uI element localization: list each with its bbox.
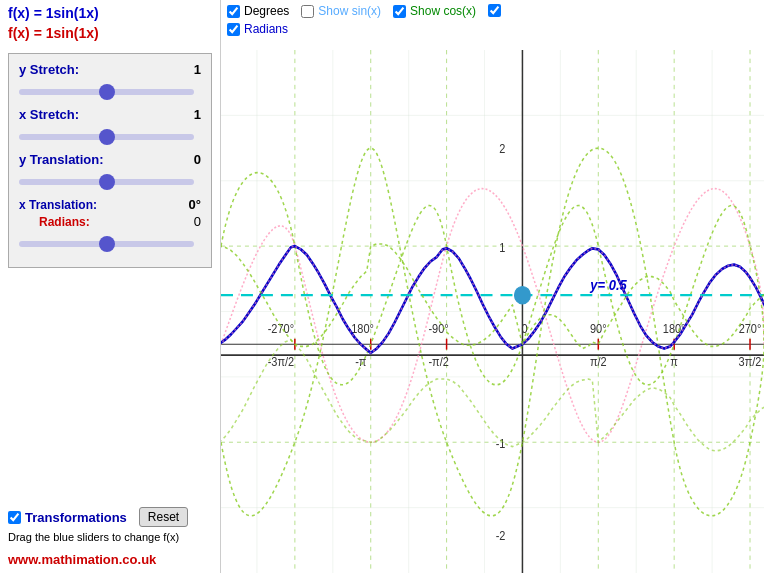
extra-checkbox[interactable] (488, 4, 501, 17)
bottom-controls: Transformations Reset Drag the blue slid… (8, 507, 212, 543)
y-translation-row: y Translation: 0 (19, 152, 201, 167)
svg-point-49 (514, 286, 530, 303)
svg-text:2: 2 (499, 143, 505, 156)
x-translation-degrees-value: 0° (189, 197, 201, 212)
show-sin-label: Show sin(x) (318, 4, 381, 18)
svg-text:90°: 90° (590, 323, 607, 336)
y-stretch-row: y Stretch: 1 (19, 62, 201, 77)
y-stretch-label: y Stretch: (19, 62, 79, 77)
y-stretch-value: 1 (194, 62, 201, 77)
x-stretch-row: x Stretch: 1 (19, 107, 201, 122)
y-stretch-slider[interactable] (19, 89, 194, 95)
x-translation-slider[interactable] (19, 241, 194, 247)
y-translation-value: 0 (194, 152, 201, 167)
show-sin-group: Show sin(x) (301, 4, 381, 18)
formula-line1: f(x) = 1sin(1x) (8, 4, 212, 24)
drag-hint: Drag the blue sliders to change f(x) (8, 531, 212, 543)
x-stretch-value: 1 (194, 107, 201, 122)
show-cos-checkbox[interactable] (393, 5, 406, 18)
transformations-row: Transformations Reset (8, 507, 212, 527)
extra-checkbox-group (488, 4, 501, 17)
transformations-checkbox[interactable] (8, 511, 21, 524)
svg-text:-3π/2: -3π/2 (268, 356, 294, 369)
show-cos-group: Show cos(x) (393, 4, 476, 18)
y-translation-slider-container (19, 171, 201, 189)
degrees-label2: Degrees (244, 4, 289, 18)
radians-checkbox[interactable] (227, 23, 240, 36)
x-translation-slider-container (19, 233, 201, 251)
radians-label: Radians: (19, 215, 90, 229)
x-translation-radians-value: 0 (194, 214, 201, 229)
reset-button[interactable]: Reset (139, 507, 188, 527)
graph-area: -270° -180° -90° 0 90° 180° 270° -3π/2 -… (221, 50, 764, 573)
svg-text:3π/2: 3π/2 (739, 356, 762, 369)
svg-text:-π/2: -π/2 (428, 356, 448, 369)
formula-area: f(x) = 1sin(1x) f(x) = 1sin(1x) (0, 0, 220, 47)
degrees-col: Degrees (227, 4, 289, 18)
left-panel: f(x) = 1sin(1x) f(x) = 1sin(1x) y Stretc… (0, 0, 220, 573)
y-stretch-slider-container (19, 81, 201, 99)
controls-box: y Stretch: 1 x Stretch: 1 y Translation:… (8, 53, 212, 268)
x-translation-label: x Translation: (19, 198, 97, 212)
main-container: f(x) = 1sin(1x) f(x) = 1sin(1x) y Stretc… (0, 0, 764, 573)
svg-text:-270°: -270° (268, 323, 294, 336)
formula-line2: f(x) = 1sin(1x) (8, 24, 212, 44)
svg-text:π/2: π/2 (590, 356, 607, 369)
radians-col: Radians (227, 22, 289, 36)
degrees-checkbox2[interactable] (227, 5, 240, 18)
x-stretch-label: x Stretch: (19, 107, 79, 122)
x-translation-radians-row: Radians: 0 (19, 214, 201, 229)
x-stretch-slider-container (19, 126, 201, 144)
svg-text:-90°: -90° (428, 323, 448, 336)
svg-text:-2: -2 (496, 530, 506, 543)
show-cos-label: Show cos(x) (410, 4, 476, 18)
svg-text:π: π (670, 356, 678, 369)
graph-top-controls: Degrees Degrees Radians Show sin(x) Show… (221, 0, 764, 50)
graph-svg: -270° -180° -90° 0 90° 180° 270° -3π/2 -… (221, 50, 764, 573)
website-url: www.mathimation.co.uk (8, 552, 156, 567)
y-translation-label: y Translation: (19, 152, 104, 167)
y-translation-slider[interactable] (19, 179, 194, 185)
graph-panel: Degrees Degrees Radians Show sin(x) Show… (220, 0, 764, 573)
transformations-label: Transformations (25, 510, 127, 525)
x-translation-degrees-row: x Translation: 0° (19, 197, 201, 212)
show-sin-checkbox[interactable] (301, 5, 314, 18)
x-stretch-slider[interactable] (19, 134, 194, 140)
radians-label: Radians (244, 22, 288, 36)
x-translation-values: x Translation: 0° Radians: 0 (19, 197, 201, 229)
svg-text:270°: 270° (739, 323, 762, 336)
svg-text:-1: -1 (496, 437, 506, 450)
svg-text:1: 1 (499, 241, 505, 254)
